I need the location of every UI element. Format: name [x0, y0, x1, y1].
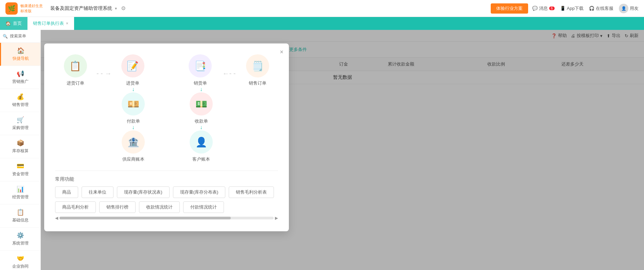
sales-bill-circle[interactable]: 📑 [189, 54, 212, 77]
flow-item-sales-order: 🗒️ 销售订单 [238, 54, 278, 86]
app-download-button[interactable]: 📱 App下载 [560, 5, 584, 12]
sales-order-icon: 🗒️ [252, 60, 264, 72]
flow-item-customer-ledger: 👤 客户账本 [181, 130, 222, 162]
common-functions-title: 常用功能 [55, 176, 278, 182]
arrow-pay-down: ↓ [132, 124, 135, 130]
func-contacts[interactable]: 往来单位 [82, 186, 114, 198]
flow-item-supplier-ledger: 🏦 供应商账本 [113, 130, 154, 162]
basic-info-icon: 📋 [17, 209, 24, 216]
tab-sales-order-exec[interactable]: 销售订单执行表 × [28, 17, 74, 30]
purchase-icon: 🛒 [17, 116, 24, 124]
sidebar-item-marketing[interactable]: 📢 营销推广 [0, 66, 40, 89]
avatar: 👤 [619, 4, 628, 13]
flow-item-purchase-order: 📋 进货订单 [55, 54, 95, 86]
logo-text: 畅康通好生意 标准版 [20, 3, 43, 13]
system-title-text: 装备及固定资产辅助管理系统 [50, 5, 112, 12]
arrow-so-to-sb: ←- - [222, 70, 236, 77]
arrow-rec-down: ↓ [200, 124, 203, 130]
func-goods[interactable]: 商品 [55, 186, 78, 198]
sidebar-item-finance[interactable]: 💳 资金管理 [0, 158, 40, 181]
sidebar-search[interactable]: 🔍 搜索菜单 [0, 30, 40, 43]
sidebar-item-enterprise[interactable]: 🤝 企业协同 [0, 251, 40, 270]
scrollbar-thumb [59, 217, 231, 219]
flow-section: 📋 进货订单 - - → 📝 进货 [55, 54, 278, 162]
sidebar-item-operation[interactable]: 📊 经营管理 [0, 181, 40, 204]
receipt-bill-icon: 💵 [195, 98, 207, 110]
user-menu[interactable]: 👤 用友 [619, 4, 639, 13]
supplier-ledger-circle[interactable]: 🏦 [122, 130, 145, 154]
phone-icon: 📱 [560, 6, 565, 11]
modal-scrollbar: ◀ ▶ [55, 213, 278, 220]
modal-overlay[interactable]: × 📋 进货订单 - - → [41, 30, 644, 270]
sales-order-circle[interactable]: 🗒️ [246, 54, 269, 77]
flow-item-payment-bill: 💴 付款单 [113, 92, 154, 124]
func-inventory-status[interactable]: 现存量(库存状况表) [117, 186, 170, 198]
supplier-ledger-icon: 🏦 [127, 137, 139, 148]
func-receipt-stats[interactable]: 收款情况统计 [139, 201, 180, 213]
func-sales-rank[interactable]: 销售排行榜 [99, 201, 136, 213]
payment-bill-icon: 💴 [127, 98, 139, 110]
headset-icon: 🎧 [589, 6, 594, 11]
operation-icon: 📊 [17, 185, 24, 193]
customer-ledger-icon: 👤 [195, 137, 207, 148]
common-functions: 常用功能 商品 往来单位 现存量(库存状况表) 现存量(库存分布表) 销售毛利分… [55, 170, 278, 213]
sidebar-item-basic-info[interactable]: 📋 基础信息 [0, 204, 40, 228]
header-right: 💬 消息 6 📱 App下载 🎧 在线客服 👤 用友 [532, 4, 639, 13]
marketing-icon: 📢 [17, 70, 24, 77]
online-service-button[interactable]: 🎧 在线客服 [589, 5, 613, 12]
func-inventory-dist[interactable]: 现存量(库存分布表) [173, 186, 226, 198]
arrow-pb-down: ↓ [132, 86, 135, 92]
sidebar-item-quick-nav[interactable]: 🏠 快捷导航 [0, 43, 40, 66]
customer-ledger-circle[interactable]: 👤 [190, 130, 213, 154]
purchase-order-icon: 📋 [69, 60, 81, 72]
logo-icon: 🌿 [5, 2, 18, 15]
sales-icon: 💰 [17, 93, 24, 101]
content-area: ❓ 帮助 🖨 按模板打印 ▾ ⬆ 导出 ↻ 刷新 yyyy-mm-dd 📅 [41, 30, 644, 270]
func-sales-margin[interactable]: 销售毛利分析表 [229, 186, 274, 198]
flow-item-purchase-bill: 📝 进货单 [112, 54, 153, 86]
message-button[interactable]: 💬 消息 6 [532, 5, 555, 12]
system-title-area: 装备及固定资产辅助管理系统 ▾ ⚙ [50, 5, 487, 12]
home-icon: 🏠 [5, 21, 11, 26]
arrow-po-to-pb: - - → [97, 70, 111, 77]
modal-box: × 📋 进货订单 - - → [44, 43, 289, 231]
func-payment-stats[interactable]: 付款情况统计 [183, 201, 224, 213]
sidebar-item-sales[interactable]: 💰 销售管理 [0, 89, 40, 112]
flow-item-sales-bill: 📑 销货单 [180, 54, 221, 86]
tab-home[interactable]: 🏠 首页 [0, 17, 28, 30]
purchase-bill-icon: 📝 [127, 60, 139, 72]
chevron-down-icon[interactable]: ▾ [115, 6, 117, 11]
gear-icon[interactable]: ⚙ [121, 5, 126, 12]
func-buttons: 商品 往来单位 现存量(库存状况表) 现存量(库存分布表) 销售毛利分析表 商品… [55, 186, 278, 213]
purchase-bill-circle[interactable]: 📝 [121, 54, 144, 77]
scrollbar-right-arrow[interactable]: ▶ [275, 216, 278, 220]
scrollbar-track[interactable] [59, 217, 274, 219]
payment-bill-circle[interactable]: 💴 [122, 92, 145, 115]
message-icon: 💬 [532, 6, 538, 11]
sales-bill-icon: 📑 [194, 60, 206, 72]
sidebar-item-purchase[interactable]: 🛒 采购管理 [0, 112, 40, 135]
flow-item-receipt-bill: 💵 收款单 [181, 92, 222, 124]
arrow-sb-down: ↓ [200, 86, 203, 92]
tab-bar: 🏠 首页 销售订单执行表 × [0, 17, 644, 30]
sidebar: 🔍 搜索菜单 🏠 快捷导航 📢 营销推广 💰 销售管理 🛒 采购管理 📦 库存核… [0, 30, 41, 270]
main-layout: 🔍 搜索菜单 🏠 快捷导航 📢 营销推广 💰 销售管理 🛒 采购管理 📦 库存核… [0, 30, 644, 270]
inventory-icon: 📦 [17, 139, 24, 147]
purchase-order-circle[interactable]: 📋 [64, 54, 87, 77]
message-badge: 6 [549, 6, 555, 10]
finance-icon: 💳 [17, 162, 24, 170]
enterprise-icon: 🤝 [17, 255, 24, 262]
func-goods-margin[interactable]: 商品毛利分析 [55, 201, 96, 213]
trial-button[interactable]: 体验行业方案 [491, 3, 528, 14]
search-icon: 🔍 [3, 34, 8, 39]
home-sidebar-icon: 🏠 [17, 47, 24, 54]
tab-close-icon[interactable]: × [66, 21, 68, 26]
logo-area: 🌿 畅康通好生意 标准版 [5, 2, 46, 15]
modal-close-button[interactable]: × [280, 49, 283, 55]
scrollbar-left-arrow[interactable]: ◀ [55, 216, 58, 220]
system-icon: ⚙️ [17, 232, 24, 239]
receipt-bill-circle[interactable]: 💵 [190, 92, 213, 115]
top-header: 🌿 畅康通好生意 标准版 装备及固定资产辅助管理系统 ▾ ⚙ 体验行业方案 💬 … [0, 0, 644, 17]
sidebar-item-system[interactable]: ⚙️ 系统管理 [0, 228, 40, 251]
sidebar-item-inventory[interactable]: 📦 库存核算 [0, 135, 40, 158]
